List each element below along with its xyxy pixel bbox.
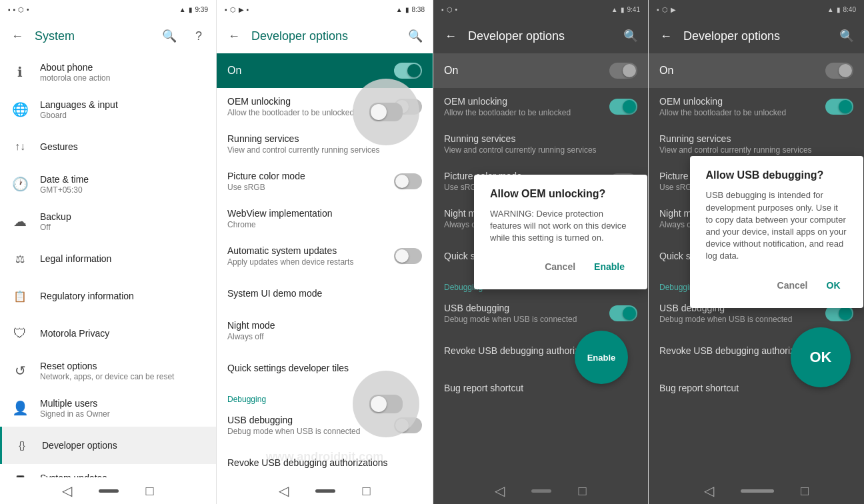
- sidebar-item-date-time[interactable]: 🕐 Date & time GMT+05:30: [0, 165, 216, 203]
- nav-recents-2[interactable]: □: [362, 483, 370, 499]
- oem-title: OEM unlocking: [227, 96, 394, 107]
- panel-system-settings: ▪ ▪ ⬡ • ▲ ▮ 9:39 ← System 🔍 ? ℹ About ph…: [0, 0, 217, 504]
- notification-dot: •: [27, 6, 29, 13]
- enable-circle-button[interactable]: Enable: [575, 331, 628, 384]
- about-text: About phone motorola one action: [40, 62, 205, 83]
- usb-dialog: Allow USB debugging? USB debugging is in…: [690, 156, 863, 307]
- dialog-overlay-3: Allow OEM unlocking? WARNING: Device pro…: [433, 0, 648, 504]
- sidebar-item-legal[interactable]: ⚖ Legal information: [0, 240, 216, 277]
- auto-updates-toggle[interactable]: [394, 248, 422, 264]
- languages-title: Languages & input: [40, 99, 205, 110]
- debugging-section-label-2: Debugging: [217, 387, 433, 407]
- dev-item-oem-unlocking[interactable]: OEM unlocking Allow the bootloader to be…: [217, 88, 433, 125]
- legal-text: Legal information: [40, 253, 205, 264]
- search-button-2[interactable]: 🔍: [403, 24, 427, 48]
- languages-icon: 🌐: [11, 100, 29, 119]
- dialog-confirm-4[interactable]: OK: [820, 276, 847, 295]
- dev-item-picture-color[interactable]: Picture color mode Use sRGB: [217, 163, 433, 200]
- nav-recents-1[interactable]: □: [145, 483, 153, 499]
- picture-text: Picture color mode Use sRGB: [227, 171, 394, 192]
- oem-toggle[interactable]: [394, 99, 422, 115]
- usb-debug-title: USB debugging: [227, 415, 394, 425]
- dialog-overlay-4: Allow USB debugging? USB debugging is in…: [649, 0, 864, 504]
- running-title: Running services: [227, 133, 422, 144]
- sidebar-item-privacy[interactable]: 🛡 Motorola Privacy: [0, 315, 216, 352]
- languages-subtitle: Gboard: [40, 111, 205, 120]
- backup-title: Backup: [40, 211, 205, 222]
- panel-developer-options-3: ▪ ⬡ • ▲ ▮ 9:41 ← Developer options 🔍 On …: [433, 0, 649, 504]
- enable-circle-container: Enable: [575, 331, 628, 384]
- back-button-2[interactable]: ←: [222, 24, 246, 48]
- oem-subtitle: Allow the bootloader to be unlocked: [227, 108, 394, 117]
- running-text: Running services View and control curren…: [227, 133, 422, 155]
- sidebar-item-about-phone[interactable]: ℹ About phone motorola one action: [0, 53, 216, 91]
- usb-debug-toggle-thumb: [395, 419, 409, 432]
- time-2: 8:38: [412, 6, 425, 13]
- sidebar-item-regulatory[interactable]: 📋 Regulatory information: [0, 277, 216, 315]
- dev-item-running-services[interactable]: Running services View and control curren…: [217, 125, 433, 163]
- dev-item-webview[interactable]: WebView implementation Chrome: [217, 200, 433, 237]
- ok-circle-button[interactable]: OK: [791, 327, 851, 387]
- dev-item-usb-debug[interactable]: USB debugging Debug mode when USB is con…: [217, 407, 433, 444]
- dialog-cancel-3[interactable]: Cancel: [538, 257, 582, 276]
- notification-icon-1: ▪: [8, 6, 11, 13]
- ui-demo-title: System UI demo mode: [227, 288, 422, 299]
- webview-text: WebView implementation Chrome: [227, 208, 422, 229]
- nav-bar-2: ◁ □: [217, 477, 433, 504]
- sidebar-item-reset[interactable]: ↺ Reset options Network, apps, or device…: [0, 352, 216, 389]
- privacy-text: Motorola Privacy: [40, 328, 205, 339]
- regulatory-icon: 📋: [11, 287, 29, 305]
- users-title: Multiple users: [40, 398, 205, 409]
- page-title-1: System: [35, 29, 152, 43]
- gestures-title: Gestures: [40, 141, 205, 152]
- dev-item-quick-settings[interactable]: Quick settings developer tiles: [217, 349, 433, 387]
- auto-updates-title: Automatic system updates: [227, 245, 394, 256]
- on-header-2: On: [217, 53, 433, 88]
- users-icon: 👤: [11, 399, 29, 417]
- help-button-1[interactable]: ?: [187, 24, 211, 48]
- about-title: About phone: [40, 62, 205, 73]
- dialog-cancel-4[interactable]: Cancel: [771, 276, 815, 295]
- developer-icon: {}: [13, 436, 31, 455]
- sidebar-item-updates[interactable]: 📱 System updates Updated to Android 9: [0, 464, 216, 477]
- sidebar-item-backup[interactable]: ☁ Backup Off: [0, 203, 216, 240]
- back-button-1[interactable]: ←: [5, 24, 29, 48]
- search-button-1[interactable]: 🔍: [157, 24, 181, 48]
- sidebar-item-languages[interactable]: 🌐 Languages & input Gboard: [0, 91, 216, 128]
- backup-subtitle: Off: [40, 223, 205, 232]
- updates-text: System updates Updated to Android 9: [40, 473, 205, 478]
- developer-text: Developer options: [42, 440, 205, 451]
- status-right-2: ▲ ▮ 8:38: [396, 6, 425, 13]
- about-subtitle: motorola one action: [40, 73, 205, 83]
- dialog-confirm-3[interactable]: Enable: [587, 257, 631, 276]
- sidebar-item-users[interactable]: 👤 Multiple users Signed in as Owner: [0, 389, 216, 427]
- status-bar-1: ▪ ▪ ⬡ • ▲ ▮ 9:39: [0, 0, 216, 19]
- developer-title: Developer options: [42, 440, 205, 451]
- oem-text: OEM unlocking Allow the bootloader to be…: [227, 96, 394, 117]
- legal-icon: ⚖: [11, 249, 29, 268]
- usb-debug-toggle[interactable]: [394, 417, 422, 433]
- nav-home-2[interactable]: [315, 489, 335, 493]
- dev-item-ui-demo[interactable]: System UI demo mode: [217, 275, 433, 312]
- privacy-icon: 🛡: [11, 324, 29, 343]
- about-icon: ℹ: [11, 63, 29, 81]
- datetime-text: Date & time GMT+05:30: [40, 174, 205, 195]
- dialog-body-3: WARNING: Device protection features will…: [490, 208, 631, 245]
- regulatory-text: Regulatory information: [40, 291, 205, 301]
- dev-item-night-mode[interactable]: Night mode Always off: [217, 312, 433, 349]
- nav-home-1[interactable]: [99, 489, 119, 493]
- notification-icon-3: ⬡: [18, 6, 24, 13]
- auto-updates-subtitle: Apply updates when device restarts: [227, 257, 394, 267]
- gestures-icon: ↑↓: [11, 137, 29, 156]
- sidebar-item-developer[interactable]: {} Developer options: [0, 427, 216, 464]
- users-text: Multiple users Signed in as Owner: [40, 398, 205, 419]
- app-bar-1: ← System 🔍 ?: [0, 19, 216, 53]
- sidebar-item-gestures[interactable]: ↑↓ Gestures: [0, 128, 216, 165]
- nav-back-2[interactable]: ◁: [279, 483, 289, 499]
- main-toggle-2[interactable]: [394, 63, 422, 79]
- dev-item-revoke-usb[interactable]: Revoke USB debugging authorizations: [217, 444, 433, 477]
- nav-back-1[interactable]: ◁: [62, 483, 72, 499]
- panel-developer-options: ▪ ⬡ ▶ ▪ ▲ ▮ 8:38 ← Developer options 🔍 O…: [217, 0, 433, 504]
- dev-item-auto-updates[interactable]: Automatic system updates Apply updates w…: [217, 237, 433, 275]
- picture-toggle[interactable]: [394, 173, 422, 189]
